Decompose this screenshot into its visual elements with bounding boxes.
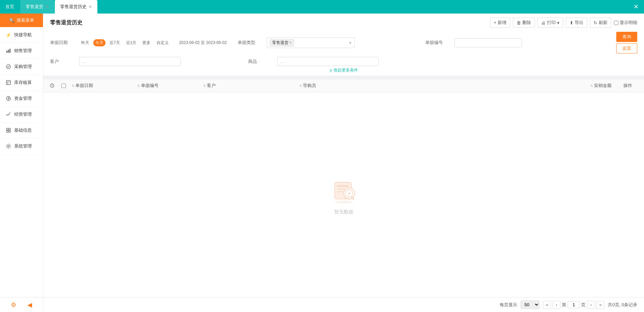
date-opt-today[interactable]: 今天 bbox=[93, 39, 105, 46]
window-close-button[interactable]: ✕ bbox=[628, 3, 644, 10]
show-detail-checkbox-wrapper[interactable]: 显示明细 bbox=[614, 20, 637, 26]
sidebar: 🔍 搜索菜单 ⚡ 快捷导航 销售管理 采购管理 bbox=[0, 14, 43, 312]
voucher-type-remove[interactable]: × bbox=[289, 40, 292, 45]
prev-page-button[interactable]: ‹ bbox=[552, 301, 560, 309]
main-layout: 🔍 搜索菜单 ⚡ 快捷导航 销售管理 采购管理 bbox=[0, 14, 644, 312]
inventory-icon bbox=[5, 80, 11, 86]
tab-home[interactable]: 首页 bbox=[0, 0, 20, 14]
svg-point-12 bbox=[335, 200, 353, 203]
toolbar: + 新增 🗑 删除 🖨 打印 ▾ ⬆ 导出 bbox=[490, 18, 637, 28]
date-filter-label: 单据日期 bbox=[50, 40, 74, 46]
print-button[interactable]: 🖨 打印 ▾ bbox=[538, 18, 563, 28]
sidebar-item-base-info[interactable]: 基础信息 bbox=[0, 122, 43, 138]
th-checkbox[interactable] bbox=[58, 84, 69, 88]
sidebar-item-inventory[interactable]: 库存核算 bbox=[0, 75, 43, 91]
empty-text: 暂无数据 bbox=[334, 209, 353, 215]
date-opt-more[interactable]: 更多 bbox=[140, 39, 152, 46]
filter-area: 单据日期 昨天 今天 近7天 近1月 更多 自定义 2023-06-02 至 2… bbox=[50, 32, 637, 76]
sidebar-item-quick-nav[interactable]: ⚡ 快捷导航 bbox=[0, 27, 43, 43]
purchase-mgmt-icon bbox=[5, 64, 11, 70]
goods-input[interactable]: ... bbox=[277, 57, 379, 66]
filter-row-1: 单据日期 昨天 今天 近7天 近1月 更多 自定义 2023-06-02 至 2… bbox=[50, 32, 637, 53]
svg-rect-15 bbox=[337, 188, 345, 190]
svg-rect-7 bbox=[9, 128, 10, 130]
setting-button[interactable]: 设置 bbox=[616, 43, 637, 53]
page-title-row: 零售退货历史 + 新增 🗑 删除 🖨 打印 ▾ ⬆ bbox=[50, 18, 637, 28]
new-button[interactable]: + 新增 bbox=[490, 18, 510, 28]
first-page-button[interactable]: « bbox=[543, 301, 551, 309]
quick-nav-icon: ⚡ bbox=[5, 32, 11, 38]
page-label: 第 bbox=[562, 302, 566, 308]
tab-retail-return[interactable]: 零售退货 ✕ bbox=[20, 0, 54, 14]
date-opt-1month[interactable]: 近1月 bbox=[124, 39, 139, 46]
delete-button[interactable]: 🗑 删除 bbox=[513, 18, 535, 28]
th-date[interactable]: ⇅ 单据日期 bbox=[69, 83, 135, 89]
date-sort-icon: ⇅ bbox=[72, 84, 74, 88]
sidebar-item-operations[interactable]: 经营管理 bbox=[0, 107, 43, 122]
voucher-no-input[interactable] bbox=[454, 38, 522, 47]
th-setting[interactable] bbox=[46, 83, 58, 88]
page-size-select[interactable]: 20 50 100 bbox=[521, 300, 540, 309]
sidebar-item-purchase-mgmt[interactable]: 采购管理 bbox=[0, 59, 43, 75]
last-page-button[interactable]: » bbox=[596, 301, 604, 309]
svg-rect-14 bbox=[337, 185, 348, 187]
sidebar-item-system-mgmt[interactable]: 系统管理 bbox=[0, 138, 43, 154]
show-detail-checkbox[interactable] bbox=[614, 21, 618, 25]
pagination-bar: 每页显示 20 50 100 « ‹ 第 页 › » 共0页, 0条记录 bbox=[43, 297, 644, 312]
voucher-sort-icon: ⇅ bbox=[137, 84, 140, 88]
refresh-icon: ↻ bbox=[594, 20, 597, 25]
amount-sort-icon: ⇅ bbox=[590, 84, 593, 88]
finance-icon bbox=[5, 95, 11, 102]
voucher-type-tag: 零售退货 × bbox=[270, 39, 294, 46]
filter-row-2: 客户 ... 商品 ... bbox=[50, 57, 637, 66]
goods-filter-section: 商品 ... bbox=[248, 57, 439, 66]
page-title: 零售退货历史 bbox=[50, 19, 82, 26]
customer-filter-section: 客户 ... bbox=[50, 57, 241, 66]
tab-retail-return-close[interactable]: ✕ bbox=[45, 4, 49, 9]
th-guide[interactable]: ⇅ 导购员 bbox=[296, 83, 362, 89]
empty-state: 暂无数据 bbox=[43, 92, 644, 297]
customer-input[interactable]: ... bbox=[79, 57, 181, 66]
voucher-no-label: 单据编号 bbox=[425, 40, 449, 46]
sidebar-item-finance[interactable]: 资金管理 bbox=[0, 91, 43, 107]
th-voucher-no[interactable]: ⇅ 单据编号 bbox=[135, 83, 200, 89]
delete-icon: 🗑 bbox=[517, 20, 521, 25]
svg-rect-6 bbox=[6, 128, 8, 130]
customer-label: 客户 bbox=[50, 59, 74, 65]
settings-footer-icon[interactable]: ⚙ bbox=[11, 301, 16, 309]
date-opt-7days[interactable]: 近7天 bbox=[108, 39, 122, 46]
refresh-button[interactable]: ↻ 刷新 bbox=[590, 18, 611, 28]
collapse-bar[interactable]: ∧ 收起更多条件 bbox=[50, 66, 637, 76]
voucher-type-label: 单据类型 bbox=[238, 40, 261, 46]
sidebar-search[interactable]: 🔍 搜索菜单 bbox=[0, 14, 43, 27]
svg-point-20 bbox=[348, 193, 350, 194]
page-unit-label: 页 bbox=[581, 302, 586, 308]
export-icon: ⬆ bbox=[570, 20, 573, 25]
collapse-sidebar-icon[interactable]: ◀ bbox=[27, 301, 32, 309]
date-opt-yesterday[interactable]: 昨天 bbox=[79, 39, 91, 46]
next-page-button[interactable]: › bbox=[587, 301, 595, 309]
customer-sort-icon: ⇅ bbox=[203, 84, 206, 88]
select-all-checkbox[interactable] bbox=[62, 84, 66, 88]
voucher-type-select[interactable]: 零售退货 × ▾ bbox=[267, 38, 355, 48]
tab-retail-return-history[interactable]: 零售退货历史 ✕ bbox=[55, 0, 97, 14]
search-icon: 🔍 bbox=[9, 18, 15, 23]
th-customer[interactable]: ⇅ 客户 bbox=[200, 83, 296, 89]
date-filter-section: 单据日期 昨天 今天 近7天 近1月 更多 自定义 2023-06-02 至 2… bbox=[50, 39, 231, 46]
page-number-input[interactable] bbox=[568, 301, 580, 308]
table-header: ⇅ 单据日期 ⇅ 单据编号 ⇅ 客户 ⇅ 导购员 ⇅ 实销 bbox=[43, 79, 644, 92]
tab-retail-return-history-close[interactable]: ✕ bbox=[89, 4, 92, 9]
total-text: 共0页, 0条记录 bbox=[608, 302, 637, 308]
date-opt-custom[interactable]: 自定义 bbox=[154, 39, 171, 46]
voucher-no-section: 单据编号 bbox=[425, 38, 606, 47]
svg-rect-2 bbox=[9, 49, 10, 53]
sidebar-nav: ⚡ 快捷导航 销售管理 采购管理 库存核算 bbox=[0, 27, 43, 297]
page-header: 零售退货历史 + 新增 🗑 删除 🖨 打印 ▾ ⬆ bbox=[43, 14, 644, 76]
sales-mgmt-icon bbox=[5, 48, 11, 54]
th-amount[interactable]: ⇅ 实销金额 bbox=[549, 83, 614, 89]
sidebar-item-sales-mgmt[interactable]: 销售管理 bbox=[0, 43, 43, 59]
system-mgmt-icon bbox=[5, 143, 11, 149]
svg-point-10 bbox=[8, 146, 9, 147]
query-button[interactable]: 查询 bbox=[616, 32, 637, 42]
export-button[interactable]: ⬆ 导出 bbox=[566, 18, 587, 28]
